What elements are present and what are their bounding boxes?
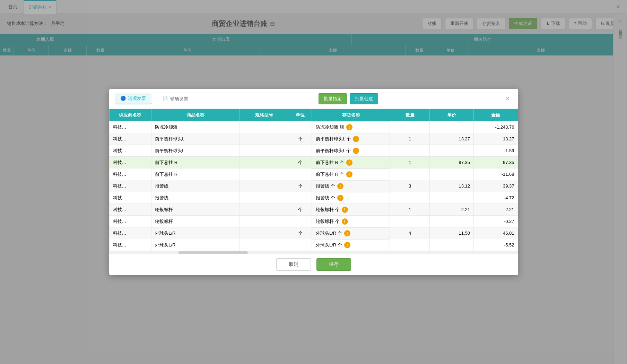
cell-supplier: 科技… (109, 180, 151, 192)
modal-table-container[interactable]: 供应商名称 商品名称 规格型号 单位 存货名称 数量 单价 金额 科技… 防冻冷… (109, 109, 518, 251)
horizontal-scrollbar[interactable] (109, 251, 518, 254)
cell-qty (390, 239, 429, 251)
cell-spec (240, 133, 289, 145)
table-row[interactable]: 科技… 外球头L/R 个 外球头L/R 个 ! 4 11.50 46.01 (109, 227, 518, 239)
batch-create-button[interactable]: 批量创建 (350, 93, 378, 104)
invoice-table: 供应商名称 商品名称 规格型号 单位 存货名称 数量 单价 金额 科技… 防冻冷… (109, 109, 518, 251)
modal-overlay: 🔵 进项发票 📄 销项发票 批量指定 批量创建 × 供应商名称 商品名称 规 (0, 0, 627, 364)
cell-unit: 个 (289, 204, 312, 216)
cell-amount: -4.72 (474, 192, 518, 204)
cell-qty: 1 (390, 157, 429, 168)
cell-unit: 个 (289, 133, 312, 145)
cell-price: 13.12 (429, 180, 473, 192)
cell-amount: 2.21 (474, 204, 518, 216)
sales-tab-icon: 📄 (163, 96, 168, 101)
warning-icon: ! (344, 230, 350, 236)
table-row[interactable]: 科技… 轮毂螺杆 轮毂螺杆 个 ! -0.27 (109, 216, 518, 227)
warning-icon: ! (346, 124, 352, 130)
cell-supplier: 科技… (109, 239, 151, 251)
cell-goods: 前平衡杆球头L (151, 133, 240, 145)
cell-price: 2.21 (429, 204, 473, 216)
cell-spec (240, 192, 289, 204)
purchase-tab-icon: 🔵 (120, 96, 126, 101)
cell-amount: -1.59 (474, 145, 518, 157)
cell-spec (240, 180, 289, 192)
cell-supplier: 科技… (109, 192, 151, 204)
col-header-inventory: 存货名称 (312, 109, 390, 121)
col-header-spec: 规格型号 (240, 109, 289, 121)
cell-inventory: 外球头L/R 个 ! (312, 239, 390, 251)
cell-amount: -11.68 (474, 168, 518, 180)
modal-close-button[interactable]: × (503, 94, 513, 104)
cell-qty: 1 (390, 133, 429, 145)
cell-unit (289, 192, 312, 204)
cell-inventory: 报警线 个 ! (312, 180, 390, 192)
cell-spec (240, 204, 289, 216)
cell-spec (240, 145, 289, 157)
cell-amount: 97.35 (474, 157, 518, 168)
cell-amount: -1,243.76 (474, 121, 518, 133)
save-button[interactable]: 保存 (316, 258, 351, 271)
cell-unit (289, 239, 312, 251)
col-header-goods: 商品名称 (151, 109, 240, 121)
cell-supplier: 科技… (109, 204, 151, 216)
tab-sales-invoice[interactable]: 📄 销项发票 (157, 94, 194, 104)
cell-supplier: 科技… (109, 168, 151, 180)
cell-unit: 个 (289, 157, 312, 168)
cancel-button[interactable]: 取消 (276, 258, 311, 271)
cell-amount: 46.01 (474, 227, 518, 239)
table-row[interactable]: 科技… 报警线 报警线 个 ! -4.72 (109, 192, 518, 204)
cell-unit (289, 168, 312, 180)
cell-spec (240, 121, 289, 133)
table-row[interactable]: 科技… 轮毂螺杆 个 轮毂螺杆 个 ! 1 2.21 2.21 (109, 204, 518, 216)
cell-spec (240, 227, 289, 239)
warning-icon: ! (342, 218, 348, 225)
table-row[interactable]: 科技… 前平衡杆球头L 个 前平衡杆球头L 个 ! 1 13.27 13.27 (109, 133, 518, 145)
cell-spec (240, 168, 289, 180)
table-row[interactable]: 科技… 防冻冷却液 防冻冷却液 瓶 ! -1,243.76 (109, 121, 518, 133)
modal-header: 🔵 进项发票 📄 销项发票 批量指定 批量创建 × (109, 89, 518, 109)
batch-assign-button[interactable]: 批量指定 (319, 93, 347, 104)
modal-footer: 取消 保存 (109, 254, 518, 275)
table-row[interactable]: 科技… 报警线 个 报警线 个 ! 3 13.12 39.37 (109, 180, 518, 192)
cell-inventory: 报警线 个 ! (312, 192, 390, 204)
cell-amount: 39.37 (474, 180, 518, 192)
cell-price (429, 121, 473, 133)
table-row[interactable]: 科技… 外球头L/R 外球头L/R 个 ! -5.52 (109, 239, 518, 251)
cell-amount: -0.27 (474, 216, 518, 227)
cell-amount: -5.52 (474, 239, 518, 251)
cell-unit (289, 145, 312, 157)
table-row[interactable]: 科技… 前平衡杆球头L 前平衡杆球头L 个 ! -1.59 (109, 145, 518, 157)
cell-qty: 1 (390, 204, 429, 216)
table-row[interactable]: 科技… 前下悬挂 R 前下悬挂 R 个 ! -11.68 (109, 168, 518, 180)
cell-price: 13.27 (429, 133, 473, 145)
sales-tab-label: 销项发票 (170, 96, 188, 102)
tab-purchase-invoice[interactable]: 🔵 进项发票 (115, 93, 151, 104)
cell-inventory: 前下悬挂 R 个 ! (312, 168, 390, 180)
cell-goods: 外球头L/R (151, 239, 240, 251)
cell-supplier: 科技… (109, 157, 151, 168)
cell-price: 97.35 (429, 157, 473, 168)
table-row[interactable]: 科技… 前下悬挂 R 个 前下悬挂 R 个 ! 1 97.35 97.35 (109, 157, 518, 168)
warning-icon: ! (346, 171, 352, 177)
cell-inventory: 前下悬挂 R 个 ! (312, 157, 390, 168)
cell-inventory: 轮毂螺杆 个 ! (312, 204, 390, 216)
cell-spec (240, 216, 289, 227)
cell-goods: 报警线 (151, 192, 240, 204)
warning-icon: ! (337, 183, 343, 189)
cell-price (429, 192, 473, 204)
cell-price: 11.50 (429, 227, 473, 239)
purchase-tab-label: 进项发票 (128, 95, 146, 102)
col-header-supplier: 供应商名称 (109, 109, 151, 121)
cell-spec (240, 157, 289, 168)
warning-icon: ! (342, 207, 348, 213)
modal-dialog: 🔵 进项发票 📄 销项发票 批量指定 批量创建 × 供应商名称 商品名称 规 (109, 89, 518, 275)
cell-unit: 个 (289, 180, 312, 192)
cell-amount: 13.27 (474, 133, 518, 145)
cell-goods: 轮毂螺杆 (151, 204, 240, 216)
cell-supplier: 科技… (109, 227, 151, 239)
cell-price (429, 168, 473, 180)
cell-goods: 前平衡杆球头L (151, 145, 240, 157)
cell-supplier: 科技… (109, 145, 151, 157)
cell-supplier: 科技… (109, 121, 151, 133)
